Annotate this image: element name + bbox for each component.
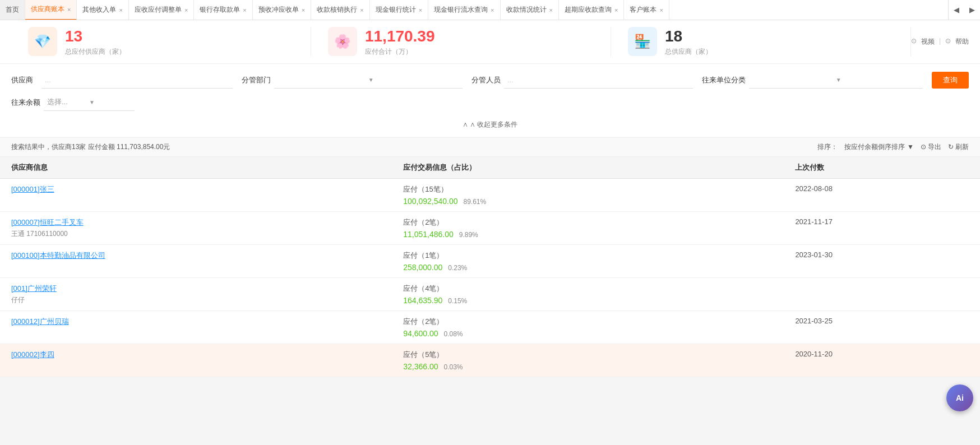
amount-icon: 🌸 [328,27,357,56]
person-input[interactable] [504,72,693,89]
table-row: [000100]本特勤油品有限公司应付（1笔）258,000.000.23%20… [0,244,980,277]
summary-area: 💎 13 总应付供应商（家） 🌸 11,170.39 应付合计（万） 🏪 18 … [0,20,980,64]
nav-tab-cash-bank-stat[interactable]: 现金银行统计 × [370,0,428,20]
tx-pct: 0.23% [448,264,467,272]
nav-tab-receipt-stat[interactable]: 收款情况统计 × [501,0,559,20]
export-button[interactable]: ⊙ 导出 [921,142,941,152]
chevron-down-icon-sort: ▼ [907,143,914,151]
tx-amount: 32,366.00 [403,362,438,371]
collapse-icon: ∧ [463,120,468,128]
close-icon[interactable]: × [549,7,553,13]
refresh-button[interactable]: ↻ 刷新 [948,142,969,152]
filter-row-1: 供应商 分管部门 ▼ 分管人员 往来单位分类 ▼ 查询 [11,72,969,89]
balance-dropdown[interactable]: 选择... ▼ [44,94,135,111]
supplier-link[interactable]: [000001]张三 [11,185,54,193]
nav-tab-advance-ar[interactable]: 预收冲应收单 × [253,0,311,20]
filter-supplier: 供应商 [11,72,233,89]
sort-label: 排序： [817,142,838,152]
close-icon[interactable]: × [119,7,122,13]
person-label: 分管人员 [471,75,501,85]
supplier-link[interactable]: [000002]李四 [11,350,54,359]
nav-tab-receipt-verify[interactable]: 收款核销执行 × [311,0,369,20]
close-icon[interactable]: × [659,7,663,13]
supplier-link[interactable]: [000100]本特勤油品有限公司 [11,251,105,259]
table-row: [000012]广州贝瑞应付（2笔）94,600.000.08%2021-03-… [0,310,980,344]
last-pay-date: 2020-11-20 [795,350,833,358]
total-amount-num: 11,170.39 [365,27,435,46]
category-label: 往来单位分类 [702,75,746,85]
chevron-down-icon-3: ▼ [89,99,131,105]
nav-tab-home[interactable]: 首页 [0,0,25,20]
supplier-cell: [000001]张三 [0,178,392,211]
close-icon[interactable]: × [67,6,71,13]
nav-tab-customer-ledger[interactable]: 客户账本 × [624,0,669,20]
query-button[interactable]: 查询 [932,72,969,89]
total-suppliers-label: 总应付供应商（家） [65,47,126,57]
balance-label: 往来余额 [11,98,40,108]
close-icon[interactable]: × [419,7,422,13]
supplier-input[interactable] [41,72,233,89]
supplier-link[interactable]: [000007]恒旺二手叉车 [11,218,84,226]
close-icon[interactable]: × [243,7,246,13]
filter-category: 往来单位分类 ▼ [702,72,923,89]
last-pay-date: 2022-08-08 [795,184,833,193]
close-icon[interactable]: × [491,7,494,13]
table-row: [001]广州荣轩仔仔应付（4笔）164,635.900.15% [0,277,980,310]
help-link[interactable]: 帮助 [955,37,969,47]
nav-tab-cash-bank-flow[interactable]: 现金银行流水查询 × [428,0,500,20]
last-pay-cell: 2020-11-20 [784,344,980,377]
nav-tab-ar-ap-adjust[interactable]: 应收应付调整单 × [129,0,194,20]
nav-next-btn[interactable]: ▶ [964,0,980,20]
supplier-link[interactable]: [000012]广州贝瑞 [11,317,69,326]
tx-pct: 0.03% [443,363,463,371]
close-icon[interactable]: × [360,7,363,13]
refresh-icon: ↻ [948,143,954,151]
close-icon[interactable]: × [614,7,618,13]
chevron-down-icon-2: ▼ [836,77,919,83]
transaction-cell: 应付（1笔）258,000.000.23% [392,244,784,277]
collapse-bar[interactable]: ∧ ∧ 收起更多条件 [11,117,969,133]
nav-prev-btn[interactable]: ◀ [949,0,964,20]
chevron-down-icon: ▼ [368,77,459,83]
last-pay-cell: 2021-03-25 [784,310,980,344]
tx-pct: 89.61% [464,198,487,206]
summary-info-amount: 11,170.39 应付合计（万） [365,27,435,57]
tx-label: 应付（2笔） [403,218,443,226]
transaction-cell: 应付（4笔）164,635.900.15% [392,277,784,310]
nav-tab-overdue-ar[interactable]: 超期应收款查询 × [559,0,624,20]
last-pay-cell: 2021-11-17 [784,211,980,244]
col-tx-info: 应付交易信息（占比） [392,157,784,179]
nav-tab-other-income[interactable]: 其他收入单 × [77,0,128,20]
video-link[interactable]: 视频 [921,37,935,47]
all-suppliers-num: 18 [665,27,712,46]
tx-label: 应付（15笔） [403,185,447,193]
supplier-sub-info: 王通 17106110000 [11,229,381,239]
sort-button[interactable]: 按应付余额倒序排序 ▼ [844,142,914,152]
supplier-icon: 💎 [28,27,57,56]
suppliers-table: 供应商信息 应付交易信息（占比） 上次付数 [000001]张三应付（15笔）1… [0,157,980,377]
nav-arrows: ◀ ▶ [948,0,980,20]
table-body: [000001]张三应付（15笔）100,092,540.0089.61%202… [0,178,980,377]
close-icon[interactable]: × [302,7,305,13]
balance-placeholder: 选择... [47,97,89,107]
summary-info-total: 18 总供应商（家） [665,27,712,57]
supplier-cell: [000012]广州贝瑞 [0,310,392,344]
last-pay-cell: 2022-08-08 [784,178,980,211]
table-header: 供应商信息 应付交易信息（占比） 上次付数 [0,157,980,179]
supplier-link[interactable]: [001]广州荣轩 [11,284,57,293]
table-row: [000007]恒旺二手叉车王通 17106110000应付（2笔）11,051… [0,211,980,244]
nav-tab-bank-deposit[interactable]: 银行存取款单 × [194,0,252,20]
filter-balance: 往来余额 选择... ▼ [11,94,135,111]
transaction-cell: 应付（15笔）100,092,540.0089.61% [392,178,784,211]
nav-tab-supplier-ledger[interactable]: 供应商账本 × [25,0,77,20]
close-icon[interactable]: × [184,7,188,13]
sort-area: 排序： 按应付余额倒序排序 ▼ ⊙ 导出 ↻ 刷新 [817,142,969,152]
header-links: ⊙ 视频 | ⊙ 帮助 [911,37,969,47]
category-dropdown[interactable]: ▼ [749,72,923,89]
dept-dropdown[interactable]: ▼ [274,72,463,89]
tx-amount: 100,092,540.00 [403,197,457,206]
summary-card-amount: 🌸 11,170.39 应付合计（万） [311,27,611,57]
col-last-pay: 上次付数 [784,157,980,179]
summary-card-suppliers: 💎 13 总应付供应商（家） [11,27,311,57]
table-row: [000001]张三应付（15笔）100,092,540.0089.61%202… [0,178,980,211]
